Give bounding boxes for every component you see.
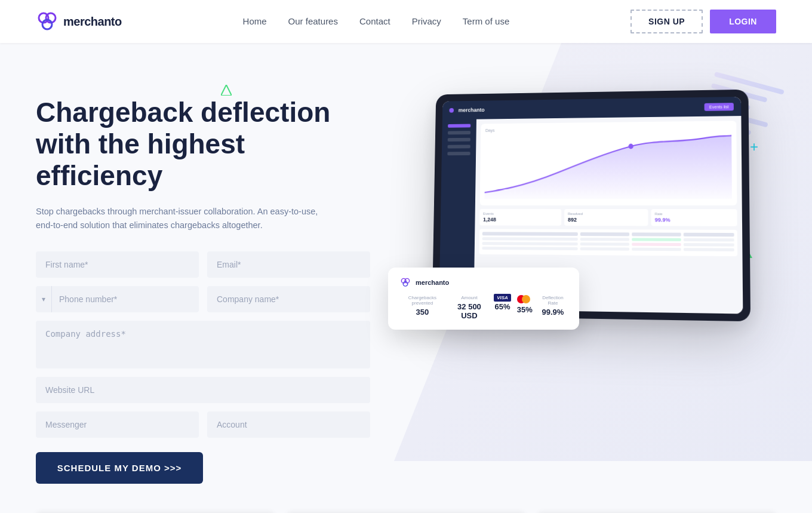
mc-logo-label — [517, 295, 533, 303]
table-cell — [580, 247, 629, 251]
navbar: merchanto Home Our features Contact Priv… — [0, 0, 812, 43]
dashboard-table — [479, 229, 737, 256]
sidebar-item-5 — [447, 152, 470, 155]
mc-orange-circle — [522, 295, 530, 303]
stat-value-2: 892 — [568, 217, 644, 223]
card-stat-mc: 35% — [517, 295, 533, 320]
logo-icon — [36, 10, 59, 33]
mc-value: 35% — [517, 305, 533, 314]
visa-logo-label: VISA — [494, 295, 511, 300]
phone-wrapper: ▾ — [36, 286, 199, 312]
account-input[interactable] — [207, 411, 370, 438]
mastercard-badge — [517, 295, 533, 303]
logo-text: merchanto — [63, 15, 122, 29]
card-stat-deflection: Deflection Rate 99.9% — [539, 295, 567, 320]
tablet-mockup: merchanto Events list — [400, 91, 746, 342]
nav-contact[interactable]: Contact — [359, 16, 390, 26]
schedule-demo-button[interactable]: SCHEDULE MY DEMO >>> — [36, 452, 203, 484]
hero-subtitle: Stop chargebacks through merchant-issuer… — [36, 205, 322, 232]
stat-value-3: 99.9% — [655, 217, 734, 223]
stat-card-3: Rate 99.9% — [651, 209, 737, 226]
table-cell — [632, 243, 681, 247]
sidebar-item-3 — [448, 138, 470, 142]
phone-input[interactable] — [52, 286, 199, 312]
sidebar-item-1 — [448, 124, 470, 128]
email-input[interactable] — [207, 251, 370, 278]
card-logo-icon — [400, 277, 411, 288]
table-cell — [684, 243, 734, 247]
chargebacks-value: 350 — [400, 308, 445, 317]
messenger-input[interactable] — [36, 411, 199, 438]
deco-plus-icon: + — [750, 139, 758, 155]
table-cell — [632, 248, 681, 251]
deco-triangle-top — [221, 85, 232, 98]
table-cell — [482, 247, 577, 250]
stat-label-3: Rate — [655, 212, 734, 216]
card-stat-visa: VISA 65% — [494, 295, 511, 320]
svg-point-4 — [628, 144, 633, 149]
table-cell — [482, 242, 578, 245]
deflection-label: Deflection Rate — [539, 295, 567, 306]
card-stat-chargebacks: Chargebacks prevented 350 — [400, 295, 445, 320]
stat-card-1: Events 1,248 — [479, 209, 561, 226]
sidebar-item-4 — [448, 145, 470, 148]
table-cell — [580, 242, 629, 246]
table-cell — [684, 248, 734, 251]
dashboard-chart: Days — [480, 121, 737, 205]
stat-card-2: Resolved 892 — [564, 209, 648, 226]
table-header-1 — [482, 232, 578, 236]
nav-terms[interactable]: Term of use — [463, 16, 509, 26]
card-logo-text: merchanto — [416, 279, 449, 286]
card-stats: Chargebacks prevented 350 Amount 32 500 … — [400, 295, 567, 320]
stats-row: Events 1,248 Resolved 892 Rate 99.9% — [479, 209, 737, 226]
table-header-3 — [632, 232, 681, 236]
card-logo-row: merchanto — [400, 277, 567, 288]
signup-button[interactable]: SIGN UP — [630, 10, 703, 33]
dashboard-action-btn: Events list — [705, 103, 734, 111]
chargebacks-label: Chargebacks prevented — [400, 295, 445, 306]
table-header-2 — [580, 232, 629, 236]
amount-label: Amount — [451, 295, 488, 300]
phone-flag-selector[interactable]: ▾ — [36, 286, 52, 312]
hero-left: Chargeback deflection with the highest e… — [36, 79, 382, 484]
hero-section: Chargeback deflection with the highest e… — [0, 43, 812, 513]
nav-home[interactable]: Home — [243, 16, 267, 26]
sidebar-item-2 — [448, 131, 470, 134]
logo[interactable]: merchanto — [36, 10, 122, 33]
website-input[interactable] — [36, 377, 370, 403]
svg-marker-3 — [221, 85, 232, 96]
chart-label: Days — [485, 125, 731, 132]
table-cell — [580, 238, 629, 241]
card-stat-amount: Amount 32 500 USD — [451, 295, 488, 320]
signup-form: ▾ SCHEDULE MY DEMO >>> — [36, 251, 382, 484]
nav-features[interactable]: Our features — [288, 16, 338, 26]
first-name-input[interactable] — [36, 251, 199, 278]
nav-privacy[interactable]: Privacy — [412, 16, 441, 26]
amount-value: 32 500 USD — [451, 302, 488, 320]
dashboard-brand: merchanto — [459, 107, 485, 113]
floating-stats-card: merchanto Chargebacks prevented 350 Amou… — [388, 268, 579, 330]
hero-right: + merchanto Events list — [370, 79, 776, 342]
table-cell — [684, 238, 734, 242]
visa-badge: VISA — [494, 294, 511, 302]
stat-label-1: Events — [483, 212, 558, 216]
table-header-4 — [684, 233, 734, 236]
hero-title: Chargeback deflection with the highest e… — [36, 97, 334, 192]
stat-value-1: 1,248 — [483, 217, 558, 223]
deflection-value: 99.9% — [539, 308, 567, 317]
stat-label-2: Resolved — [568, 212, 644, 216]
dash-dot — [449, 108, 454, 113]
company-name-input[interactable] — [207, 286, 370, 312]
visa-value: 65% — [494, 302, 511, 311]
area-chart-svg — [484, 132, 732, 199]
nav-buttons: SIGN UP LOGIN — [630, 10, 776, 33]
table-cell — [632, 238, 681, 241]
company-address-input[interactable] — [36, 321, 370, 368]
nav-links: Home Our features Contact Privacy Term o… — [243, 16, 510, 27]
flag-icon: ▾ — [42, 295, 45, 303]
login-button[interactable]: LOGIN — [710, 10, 776, 33]
table-cell — [482, 237, 578, 241]
